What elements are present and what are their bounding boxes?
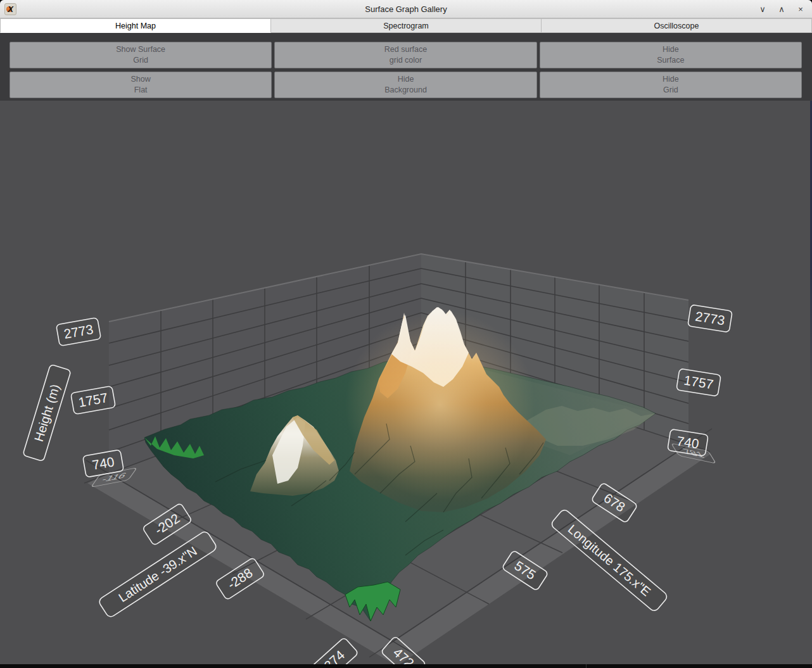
surface-graph-svg: -116 781 bbox=[0, 101, 812, 664]
latitude-tick-374: 374 bbox=[310, 637, 358, 664]
window-close-button[interactable]: × bbox=[796, 5, 806, 13]
hide-background-button[interactable]: Hide Background bbox=[274, 72, 536, 98]
button-label-line: Background bbox=[384, 85, 427, 96]
hide-surface-button[interactable]: Hide Surface bbox=[540, 42, 802, 68]
height-tick-1757-left: 1757 bbox=[71, 386, 116, 415]
hide-grid-button[interactable]: Hide Grid bbox=[540, 72, 802, 98]
height-tick-2773-left: 2773 bbox=[56, 318, 101, 346]
button-label-line: Surface bbox=[657, 55, 684, 66]
show-flat-button[interactable]: Show Flat bbox=[10, 72, 272, 98]
longitude-axis-title: Longitude 175.x"E bbox=[550, 508, 668, 613]
button-label-line: Red surface bbox=[384, 44, 427, 55]
height-axis-title: Height (m) bbox=[23, 364, 71, 461]
button-label-line: Show bbox=[131, 74, 151, 85]
titlebar[interactable]: X Surface Graph Gallery ∨ ∧ × bbox=[0, 0, 812, 18]
button-label-line: grid color bbox=[390, 55, 422, 66]
tabbar: Height Map Spectrogram Oscilloscope bbox=[0, 18, 812, 33]
window-maximize-button[interactable]: ∧ bbox=[777, 5, 787, 13]
app-window: X Surface Graph Gallery ∨ ∧ × Height Map… bbox=[0, 0, 812, 668]
tab-height-map[interactable]: Height Map bbox=[0, 18, 271, 33]
tab-oscilloscope[interactable]: Oscilloscope bbox=[542, 18, 812, 33]
button-label-line: Show Surface bbox=[116, 44, 165, 55]
svg-text:Longitude 175.x"E: Longitude 175.x"E bbox=[566, 522, 654, 598]
toolbar: Show Surface Grid Red surface grid color… bbox=[0, 33, 812, 101]
height-tick-2773-right: 2773 bbox=[688, 305, 733, 332]
taskbar-divider bbox=[586, 664, 587, 668]
tab-label: Spectrogram bbox=[383, 22, 429, 30]
window-controls: ∨ ∧ × bbox=[758, 0, 806, 18]
tab-label: Height Map bbox=[115, 22, 156, 30]
xorg-app-icon: X bbox=[4, 3, 16, 15]
red-surface-grid-color-button[interactable]: Red surface grid color bbox=[274, 42, 536, 68]
button-label-line: Grid bbox=[133, 55, 148, 66]
tab-label: Oscilloscope bbox=[654, 22, 699, 30]
button-label-line: Flat bbox=[134, 85, 148, 96]
button-label-line: Grid bbox=[663, 85, 678, 96]
button-label-line: Hide bbox=[663, 74, 679, 85]
tab-spectrogram[interactable]: Spectrogram bbox=[271, 18, 542, 33]
window-title: Surface Graph Gallery bbox=[0, 4, 812, 14]
surface-graph-canvas[interactable]: -116 781 bbox=[0, 101, 812, 664]
xorg-x-glyph: X bbox=[8, 5, 13, 13]
svg-text:Latitude -39.x"N: Latitude -39.x"N bbox=[116, 544, 200, 605]
bottom-taskbar-strip bbox=[0, 664, 812, 668]
window-shade-button[interactable]: ∨ bbox=[758, 5, 768, 13]
show-surface-grid-button[interactable]: Show Surface Grid bbox=[10, 42, 272, 68]
button-label-line: Hide bbox=[663, 44, 679, 55]
button-label-line: Hide bbox=[398, 74, 414, 85]
